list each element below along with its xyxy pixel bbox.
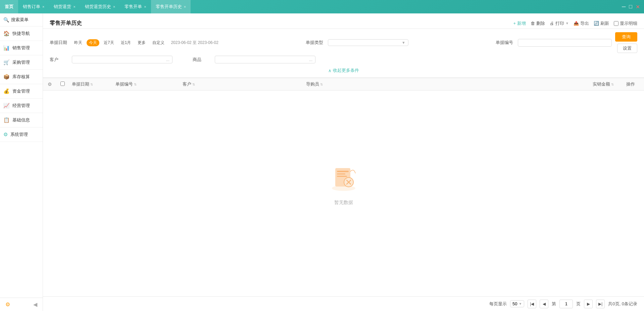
display-detail-checkbox[interactable]: 显示明细 xyxy=(614,20,637,27)
select-all-checkbox[interactable] xyxy=(56,82,68,87)
export-button[interactable]: 📤 导出 xyxy=(574,20,589,27)
filter-row-1: 单据日期 昨天 今天 近7天 近1月 更多 自定义 2023-06-02 至 2… xyxy=(50,32,637,53)
date-last7-btn[interactable]: 近7天 xyxy=(101,39,116,46)
page-label-before: 第 xyxy=(552,301,556,307)
page-header: 零售开单历史 + 新增 🗑 删除 🖨 打印 ▼ 📤 导出 xyxy=(43,13,644,29)
sidebar-item-quick-nav[interactable]: 🏠 快捷导航 xyxy=(0,27,43,41)
col-date-label: 单据日期 xyxy=(72,81,89,87)
customer-input[interactable]: ... xyxy=(72,56,172,63)
product-more-icon[interactable]: ... xyxy=(309,57,312,62)
sidebar-label-system-mgmt: 系统管理 xyxy=(10,132,28,138)
doc-type-select[interactable]: ▼ xyxy=(328,39,408,46)
operations-icon: 📈 xyxy=(3,103,10,109)
customer-more-icon[interactable]: ... xyxy=(166,57,169,62)
print-label: 打印 xyxy=(555,20,564,27)
date-today-btn[interactable]: 今天 xyxy=(87,39,99,46)
tab-sales-return[interactable]: 销货退货 × xyxy=(49,0,80,13)
product-input[interactable]: ... xyxy=(215,56,315,63)
page-title: 零售开单历史 xyxy=(50,20,82,27)
tab-sales-order[interactable]: 销售订单 × xyxy=(18,0,49,13)
new-label: 新增 xyxy=(517,20,526,27)
col-header-date[interactable]: 单据日期 ⇅ xyxy=(68,81,112,87)
action-group: 查询 设置 xyxy=(615,32,637,53)
query-button[interactable]: 查询 xyxy=(615,32,637,42)
sidebar-collapse-icon[interactable]: ◀ xyxy=(33,301,37,308)
tab-sales-return-history[interactable]: 销货退货历史 × xyxy=(80,0,120,13)
delete-icon: 🗑 xyxy=(531,21,535,26)
col-header-actions: 操作 xyxy=(617,81,644,87)
collapse-bar[interactable]: ∧ 收起更多条件 xyxy=(50,66,637,74)
sidebar-search-label: 搜索菜单 xyxy=(11,17,29,23)
sidebar-item-operations[interactable]: 📈 经营管理 xyxy=(0,99,43,113)
first-page-btn[interactable]: |◀ xyxy=(528,300,536,308)
base-info-icon: 📋 xyxy=(3,117,10,123)
close-btn[interactable]: ✕ xyxy=(636,4,640,10)
product-field[interactable] xyxy=(218,57,309,62)
svg-rect-4 xyxy=(337,176,347,177)
date-last-month-btn[interactable]: 近1月 xyxy=(118,39,134,46)
refresh-button[interactable]: 🔄 刷新 xyxy=(594,20,609,27)
sidebar-search[interactable]: 🔍 搜索菜单 xyxy=(0,13,43,27)
new-button[interactable]: + 新增 xyxy=(513,20,526,27)
date-yesterday-btn[interactable]: 昨天 xyxy=(72,39,85,46)
col-no-sort-icon: ⇅ xyxy=(134,83,137,86)
display-detail-input[interactable] xyxy=(614,21,618,26)
close-tab-sales-return-history[interactable]: × xyxy=(113,5,115,9)
close-tab-retail-open-history[interactable]: × xyxy=(184,5,186,9)
delete-button[interactable]: 🗑 删除 xyxy=(531,20,545,27)
empty-state-icon xyxy=(327,161,360,195)
tab-retail-open[interactable]: 零售开单 × xyxy=(120,0,151,13)
tab-retail-open-history[interactable]: 零售开单历史 × xyxy=(151,0,191,13)
sales-icon: 📊 xyxy=(3,45,10,51)
date-custom-btn[interactable]: 自定义 xyxy=(150,39,167,46)
refresh-icon: 🔄 xyxy=(594,21,599,26)
next-page-btn[interactable]: ▶ xyxy=(584,300,593,308)
doc-no-input[interactable] xyxy=(518,39,612,47)
doc-no-field[interactable] xyxy=(521,40,609,45)
column-settings-btn[interactable]: ⚙ xyxy=(43,82,56,87)
date-filter-label: 单据日期 xyxy=(50,40,68,46)
sidebar-item-system-mgmt[interactable]: ⚙ 系统管理 xyxy=(0,127,43,142)
sidebar-item-base-info[interactable]: 📋 基础信息 xyxy=(0,113,43,127)
sidebar-item-purchase-mgmt[interactable]: 🛒 采购管理 xyxy=(0,55,43,70)
system-icon: ⚙ xyxy=(3,132,8,138)
page-label-after: 页 xyxy=(576,301,581,307)
maximize-btn[interactable]: □ xyxy=(629,4,632,10)
empty-state: 暂无数据 xyxy=(43,91,644,296)
close-tab-retail-open[interactable]: × xyxy=(144,5,146,9)
sidebar-label-sales-mgmt: 销售管理 xyxy=(12,45,30,51)
minimize-btn[interactable]: ─ xyxy=(622,4,626,10)
search-icon: 🔍 xyxy=(3,17,9,22)
sidebar-item-sales-mgmt[interactable]: 📊 销售管理 xyxy=(0,41,43,55)
col-header-no[interactable]: 单据编号 ⇅ xyxy=(112,81,179,87)
toolbar: + 新增 🗑 删除 🖨 打印 ▼ 📤 导出 🔄 xyxy=(513,20,638,27)
sidebar-settings-icon[interactable]: ⚙ xyxy=(5,301,10,308)
col-date-sort-icon: ⇅ xyxy=(90,83,93,86)
col-amount-label: 实销金额 xyxy=(593,81,610,87)
doc-no-label: 单据编号 xyxy=(496,40,514,46)
page-number-input[interactable] xyxy=(559,300,573,308)
tab-home[interactable]: 首页 xyxy=(0,0,18,13)
col-header-amount[interactable]: 实销金额 ⇅ xyxy=(577,81,617,87)
print-dropdown-icon[interactable]: ▼ xyxy=(565,21,569,25)
col-header-guide[interactable]: 导购员 ⇅ xyxy=(303,81,343,87)
filter-settings-button[interactable]: 设置 xyxy=(617,44,637,53)
date-more-btn[interactable]: 更多 xyxy=(135,39,148,46)
tab-bar: 首页 销售订单 × 销货退货 × 销货退货历史 × 零售开单 × 零售开单历史 … xyxy=(0,0,618,13)
purchase-icon: 🛒 xyxy=(3,59,10,65)
sidebar-item-inventory[interactable]: 📦 库存核算 xyxy=(0,70,43,84)
prev-page-btn[interactable]: ◀ xyxy=(540,300,548,308)
filter-area: 单据日期 昨天 今天 近7天 近1月 更多 自定义 2023-06-02 至 2… xyxy=(43,29,644,78)
main-layout: 🔍 搜索菜单 🏠 快捷导航 📊 销售管理 🛒 采购管理 📦 库存核算 💰 资金管… xyxy=(0,13,644,311)
page-size-dropdown-icon: ▼ xyxy=(518,302,522,306)
customer-field[interactable] xyxy=(75,57,166,62)
sidebar-item-finance[interactable]: 💰 资金管理 xyxy=(0,84,43,99)
export-icon: 📤 xyxy=(574,21,579,26)
col-header-customer[interactable]: 客户 ⇅ xyxy=(179,81,303,87)
close-tab-sales-order[interactable]: × xyxy=(42,5,44,9)
customer-label: 客户 xyxy=(50,57,68,63)
print-button[interactable]: 🖨 打印 ▼ xyxy=(550,20,569,27)
page-size-select[interactable]: 50 ▼ xyxy=(510,300,524,307)
close-tab-sales-return[interactable]: × xyxy=(73,5,75,9)
last-page-btn[interactable]: ▶| xyxy=(596,300,605,308)
